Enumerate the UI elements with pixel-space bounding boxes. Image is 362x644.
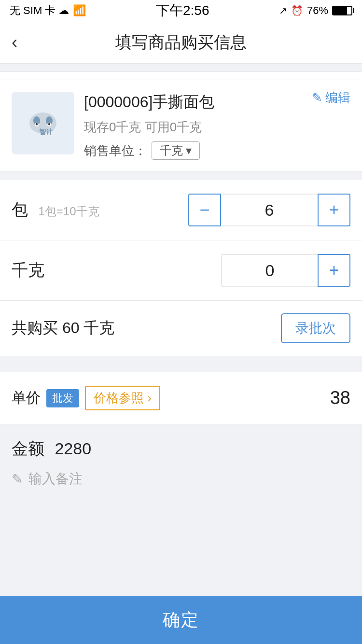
product-image: 智计 bbox=[12, 92, 74, 154]
price-section: 单价 批发 价格参照 › 38 bbox=[0, 372, 362, 424]
status-bar: 无 SIM 卡 ☁ 📶 下午2:56 ↗ ⏰ 76% bbox=[0, 0, 362, 21]
svg-text:智计: 智计 bbox=[39, 128, 53, 136]
status-time: 下午2:56 bbox=[156, 1, 209, 20]
price-left: 单价 批发 价格参照 › bbox=[12, 386, 160, 410]
quantity-hint-bag: 1包=10千克 bbox=[38, 205, 99, 218]
pencil-icon: ✎ bbox=[12, 471, 23, 487]
back-button[interactable]: ‹ bbox=[12, 32, 17, 53]
edit-icon: ✎ bbox=[312, 90, 322, 105]
product-name: [0000006]手撕面包 bbox=[84, 92, 350, 113]
nav-bar: ‹ 填写商品购买信息 bbox=[0, 21, 362, 64]
product-stock: 现存0千克 可用0千克 bbox=[84, 119, 350, 136]
unit-selector[interactable]: 千克 ▾ bbox=[152, 141, 200, 160]
quantity-row-bag: 包 1包=10千克 − + bbox=[0, 180, 362, 240]
increment-bag-button[interactable]: + bbox=[318, 194, 350, 226]
svg-point-6 bbox=[48, 123, 50, 126]
confirm-button[interactable]: 确定 bbox=[0, 596, 362, 644]
amount-label: 金额 bbox=[12, 439, 44, 458]
status-left: 无 SIM 卡 ☁ 📶 bbox=[10, 3, 86, 18]
quantity-section: 包 1包=10千克 − + 千克 + bbox=[0, 180, 362, 301]
price-reference-button[interactable]: 价格参照 › bbox=[85, 386, 160, 410]
total-text: 共购买 60 千克 bbox=[12, 318, 114, 339]
quantity-label-kg: 千克 bbox=[12, 259, 221, 281]
product-info: [0000006]手撕面包 现存0千克 可用0千克 销售单位： 千克 ▾ bbox=[84, 92, 350, 160]
remark-row[interactable]: ✎ 输入备注 bbox=[12, 470, 350, 488]
page-title: 填写商品购买信息 bbox=[115, 31, 247, 54]
price-value: 38 bbox=[330, 388, 350, 408]
chevron-down-icon: ▾ bbox=[186, 144, 192, 157]
product-section: 智计 [0000006]手撕面包 现存0千克 可用0千克 销售单位： 千克 ▾ bbox=[0, 80, 362, 172]
quantity-label-bag: 包 1包=10千克 bbox=[12, 199, 188, 221]
section-divider bbox=[0, 356, 362, 364]
battery-icon bbox=[332, 6, 352, 15]
quantity-control-kg: + bbox=[221, 254, 350, 287]
remark-text: 输入备注 bbox=[28, 470, 83, 488]
edit-button[interactable]: ✎ 编辑 bbox=[312, 89, 350, 106]
amount-section: 金额 2280 ✎ 输入备注 bbox=[0, 424, 362, 494]
amount-row: 金额 2280 bbox=[12, 438, 350, 460]
alarm-icon: ⏰ bbox=[291, 5, 303, 16]
quantity-row-kg: 千克 + bbox=[0, 240, 362, 301]
content-spacer bbox=[0, 494, 362, 596]
amount-value: 2280 bbox=[55, 439, 91, 458]
quantity-input-kg[interactable] bbox=[221, 254, 318, 287]
product-unit: 销售单位： 千克 ▾ bbox=[84, 141, 350, 160]
price-label: 单价 bbox=[12, 388, 41, 408]
svg-point-5 bbox=[36, 123, 38, 126]
quantity-control-bag: − + bbox=[188, 194, 350, 226]
product-logo-icon: 智计 bbox=[26, 106, 60, 140]
quantity-input-bag[interactable] bbox=[221, 194, 318, 226]
battery-percent: 76% bbox=[307, 4, 328, 17]
batch-button[interactable]: 录批次 bbox=[281, 313, 350, 343]
location-icon: ↗ bbox=[279, 5, 287, 16]
status-right: ↗ ⏰ 76% bbox=[279, 4, 352, 17]
wifi-icon: 📶 bbox=[73, 4, 86, 17]
total-row: 共购买 60 千克 录批次 bbox=[0, 301, 362, 356]
no-sim-text: 无 SIM 卡 ☁ bbox=[10, 3, 69, 18]
increment-kg-button[interactable]: + bbox=[318, 254, 350, 287]
decrement-bag-button[interactable]: − bbox=[188, 194, 221, 226]
wholesale-tag: 批发 bbox=[46, 389, 79, 407]
